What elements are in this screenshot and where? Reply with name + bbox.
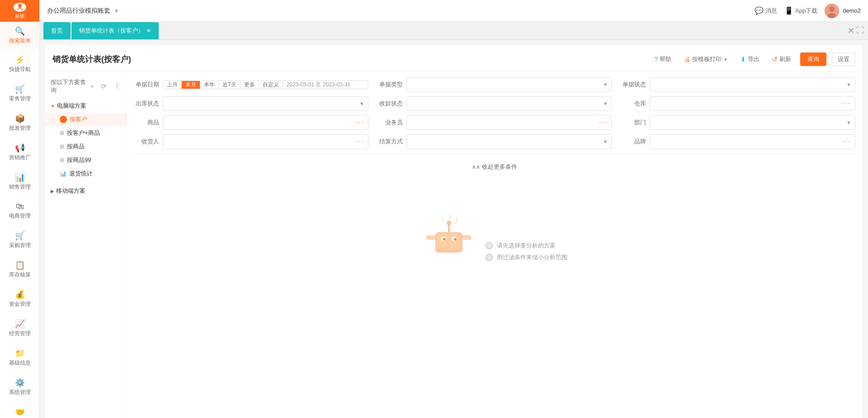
date-label: 单据日期 (134, 81, 159, 89)
collapse-button[interactable]: ∧∧ 收起更多条件 (472, 159, 517, 175)
tree-item-by-customer-product[interactable]: ⊞ 按客户+商品 (45, 126, 126, 140)
sidebar-item-sales[interactable]: 📊 销售管理 (0, 167, 39, 196)
hint-item-2: ② 用过滤条件来缩小分析范围 (485, 253, 567, 261)
sales-person-more-icon: ··· (599, 119, 608, 127)
sidebar-item-enterprise[interactable]: 🤝 企业协同 (0, 402, 39, 418)
filter-doc-status: 单据状态 ▼ (621, 77, 855, 92)
return-stat-label: 退货统计 (69, 170, 93, 178)
sidebar-item-purchase[interactable]: 🛒 采购管理 (0, 225, 39, 255)
logo-text: 标版 (15, 13, 25, 19)
department-label: 部门 (621, 119, 646, 127)
date-btn-this-year[interactable]: 本年 (200, 81, 219, 89)
tree-item-return-stat[interactable]: 📊 退货统计 (45, 167, 126, 180)
message-icon: 💬 (755, 6, 764, 15)
sales-person-control[interactable]: ··· (406, 115, 612, 130)
doc-status-control[interactable]: ▼ (650, 77, 855, 92)
date-btn-custom[interactable]: 自定义 (259, 81, 283, 89)
refresh-button[interactable]: ↺ 刷新 (769, 53, 795, 65)
date-btn-last-month[interactable]: 上月 (163, 81, 182, 89)
doc-type-label: 单据类型 (377, 81, 403, 89)
tree-mobile-section: ▶ 移动端方案 (45, 182, 126, 200)
export-button[interactable]: ⬇ 导出 (737, 53, 763, 65)
svg-rect-13 (426, 235, 436, 240)
filter-row-3: 商品 ··· 业务员 ··· (134, 115, 855, 130)
tab-sales-stat-close[interactable]: ✕ (146, 28, 151, 34)
brand-label: 品牌 (621, 138, 646, 146)
settings-button[interactable]: 设置 (832, 52, 855, 66)
template-print-button[interactable]: 🖨 按模板打印 ▼ (680, 53, 731, 65)
page-title: 销货单统计表(按客户) (52, 54, 131, 65)
sidebar-item-wholesale-label: 批发管理 (2, 124, 38, 132)
sidebar-item-wholesale[interactable]: 📦 批发管理 (0, 108, 39, 138)
sidebar-item-system[interactable]: ⚙️ 系统管理 (0, 372, 39, 402)
user-info[interactable]: demo2 (825, 4, 861, 18)
out-status-control[interactable]: ▼ (163, 96, 368, 111)
consignee-control[interactable]: ··· (163, 134, 368, 149)
date-btn-this-month[interactable]: 本月 (182, 81, 200, 89)
sidebar-item-inventory[interactable]: 📋 库存核算 (0, 255, 39, 284)
sidebar-item-search[interactable]: 🔍 搜索菜单 (0, 22, 39, 49)
date-btn-last-7-days[interactable]: 近7天 (219, 81, 241, 89)
doc-type-dropdown-icon: ▼ (603, 82, 608, 87)
template-print-dropdown-icon[interactable]: ▼ (723, 57, 728, 62)
tab-bar-space: ✕ ⛶ (160, 26, 864, 36)
tree-item-by-customer[interactable]: 按客户 (45, 113, 126, 126)
warehouse-label: 仓库 (621, 100, 646, 108)
filter-brand: 品牌 ··· (621, 134, 855, 149)
brand-control[interactable]: ··· (650, 134, 855, 149)
sidebar-item-ecommerce[interactable]: 🛍 电商管理 (0, 196, 39, 225)
by-customer-product-icon: ⊞ (60, 130, 64, 136)
query-button[interactable]: 查询 (800, 52, 826, 66)
collapse-label: 收起更多条件 (482, 163, 517, 171)
tree-parent-desktop[interactable]: ▼ 电脑端方案 (45, 99, 126, 113)
sidebar-item-finance[interactable]: 💰 资金管理 (0, 284, 39, 314)
settlement-control[interactable]: ▼ (406, 134, 612, 149)
product-control[interactable]: ··· (163, 115, 368, 130)
sidebar-item-quick-nav[interactable]: ⚡ 快捷导航 (0, 49, 39, 79)
refresh-scheme-button[interactable]: ⟳ (99, 81, 109, 91)
export-label: 导出 (748, 55, 760, 63)
by-product-99-icon: ⊞ (60, 157, 64, 163)
left-panel-header: 按以下方案查询 ＋ ⟳ 《 (45, 76, 126, 97)
svg-point-2 (829, 6, 835, 12)
main-area: 办公用品行业模拟账套 ▼ 💬 消息 📱 App下载 demo2 首页 (40, 0, 868, 418)
hint-2-text: 用过滤条件来缩小分析范围 (497, 253, 567, 261)
window-close-icon[interactable]: ✕ (848, 26, 854, 36)
tab-bar: 首页 销货单统计表（按客户） ✕ ✕ ⛶ (40, 22, 868, 40)
department-control[interactable]: ▼ (650, 115, 855, 130)
date-btn-more[interactable]: 更多 (241, 81, 259, 89)
app-name-dropdown-icon[interactable]: ▼ (114, 8, 119, 14)
sidebar-item-retail[interactable]: 🛒 零售管理 (0, 79, 39, 108)
date-range-display: 2023-03-01 至 2023-03-31 (283, 81, 354, 89)
doc-status-dropdown-icon: ▼ (846, 82, 851, 87)
filter-product: 商品 ··· (134, 115, 368, 130)
window-maximize-icon[interactable]: ⛶ (856, 26, 864, 35)
app-download-label: App下载 (795, 7, 817, 15)
warehouse-control[interactable]: ··· (650, 96, 855, 111)
by-customer-label: 按客户 (70, 115, 87, 124)
by-product-label: 按商品 (67, 142, 85, 151)
sidebar-item-marketing[interactable]: 📢 营销推广 (0, 138, 39, 167)
tree-mobile-collapse-icon: ▶ (51, 189, 54, 194)
collapse-panel-button[interactable]: 《 (111, 81, 121, 91)
sidebar-item-operation[interactable]: 📈 经营管理 (0, 314, 39, 343)
message-button[interactable]: 💬 消息 (755, 6, 777, 15)
sidebar-item-basic[interactable]: 📁 基础信息 (0, 343, 39, 372)
brand-more-icon: ··· (843, 138, 851, 146)
tree-item-by-product[interactable]: ⊞ 按商品 (45, 140, 126, 153)
tree-item-by-product-99[interactable]: ⊞ 按商品99 (45, 153, 126, 167)
tab-sales-stat[interactable]: 销货单统计表（按客户） ✕ (71, 22, 159, 39)
username-label: demo2 (843, 7, 861, 14)
add-scheme-button[interactable]: ＋ (87, 81, 97, 91)
doc-type-control[interactable]: ▼ (406, 77, 612, 92)
filter-sales-person: 业务员 ··· (377, 115, 612, 130)
warehouse-more-icon: ··· (843, 100, 851, 108)
collection-status-control[interactable]: ▼ (406, 96, 612, 111)
tree-parent-mobile[interactable]: ▶ 移动端方案 (45, 184, 126, 198)
help-button[interactable]: ? 帮助 (651, 53, 675, 65)
tab-home[interactable]: 首页 (43, 22, 71, 39)
settlement-dropdown-icon: ▼ (603, 139, 608, 144)
search-icon: 🔍 (2, 26, 38, 36)
filter-row-1: 单据日期 上月 本月 本年 近7天 更多 自定义 2023-03-01 至 20… (134, 77, 855, 92)
app-download-button[interactable]: 📱 App下载 (784, 6, 817, 15)
